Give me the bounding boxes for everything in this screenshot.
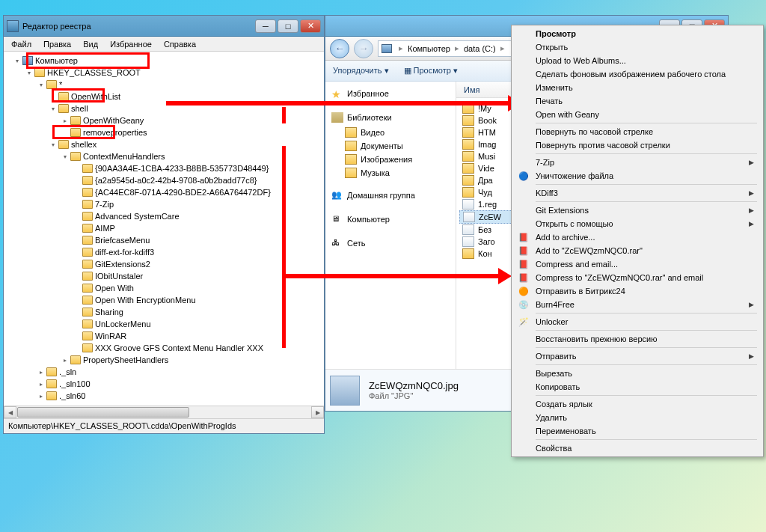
- context-item[interactable]: Повернуть против часовой стрелки: [513, 138, 762, 152]
- tree-item[interactable]: ▾HKEY_CLASSES_ROOT: [7, 67, 321, 79]
- tree-item[interactable]: {AC44EC8F-071A-4290-BDE2-A66A764472DF}: [7, 186, 321, 198]
- context-item[interactable]: Переименовать: [513, 424, 762, 438]
- tree-item[interactable]: ▸._sln60: [7, 390, 321, 402]
- context-item[interactable]: KDiff3▶: [513, 186, 762, 200]
- forward-button[interactable]: →: [354, 39, 373, 58]
- tree-item[interactable]: IObitUnstaler: [7, 270, 321, 282]
- expander-icon[interactable]: ▾: [13, 57, 21, 65]
- nav-lib-music[interactable]: Музыка: [328, 167, 453, 179]
- tree-item[interactable]: ▾shell: [7, 103, 321, 114]
- context-item[interactable]: 🔵Уничтожение файла: [513, 169, 762, 183]
- context-item[interactable]: 🟠Отправить в Битрикс24: [513, 284, 762, 298]
- tree-item[interactable]: diff-ext-for-kdiff3: [7, 246, 321, 258]
- context-item[interactable]: Открыть: [513, 40, 762, 54]
- context-item[interactable]: Открыть с помощью▶: [513, 217, 762, 230]
- tree-item[interactable]: Open With: [7, 282, 321, 294]
- arrange-button[interactable]: Упорядочить ▾: [333, 66, 389, 76]
- menu-file[interactable]: Файл: [7, 38, 36, 49]
- scroll-track[interactable]: [16, 406, 311, 418]
- tree-item[interactable]: {90AA3A4E-1CBA-4233-B8BB-535773D48449}: [7, 162, 321, 174]
- tree-item[interactable]: ▸._sln: [7, 366, 321, 378]
- context-item[interactable]: 📕Add to "ZcEWQzmNQC0.rar": [513, 244, 762, 257]
- tree-item[interactable]: WinRAR: [7, 330, 321, 342]
- nav-network[interactable]: 🖧Сеть: [328, 236, 453, 251]
- regedit-scrollbar-h[interactable]: ◀ ▶: [4, 406, 324, 418]
- tree-item[interactable]: Open With EncryptionMenu: [7, 294, 321, 306]
- context-menu[interactable]: ПросмотрОткрытьUpload to Web Albums...Сд…: [511, 25, 764, 457]
- menu-edit[interactable]: Правка: [39, 38, 76, 49]
- tree-item[interactable]: Advanced SystemCare: [7, 210, 321, 222]
- context-item[interactable]: 📕Add to archive...: [513, 230, 762, 244]
- context-item[interactable]: Вырезать: [513, 367, 762, 380]
- scroll-thumb[interactable]: [17, 407, 189, 418]
- context-item[interactable]: 🪄Unlocker: [513, 315, 762, 328]
- tree-item[interactable]: ▸PropertySheetHandlers: [7, 354, 321, 366]
- context-item[interactable]: Удалить: [513, 411, 762, 424]
- context-item[interactable]: Повернуть по часовой стрелке: [513, 125, 762, 138]
- context-item[interactable]: Изменить: [513, 81, 762, 94]
- crumb-drive[interactable]: data (C:): [464, 44, 496, 53]
- minimize-button[interactable]: ─: [255, 19, 276, 33]
- nav-homegroup[interactable]: 👥Домашняя группа: [328, 188, 453, 203]
- menu-help[interactable]: Справка: [159, 38, 200, 49]
- nav-lib-video[interactable]: Видео: [328, 126, 453, 138]
- expander-icon[interactable]: ▸: [37, 368, 45, 376]
- expander-icon[interactable]: ▸: [37, 392, 45, 400]
- view-button[interactable]: ▦ Просмотр ▾: [404, 66, 458, 76]
- tree-item[interactable]: ▾ContextMenuHandlers: [7, 150, 321, 162]
- tree-item[interactable]: AIMP: [7, 222, 321, 234]
- nav-lib-pictures[interactable]: Изображения: [328, 153, 453, 165]
- nav-libraries[interactable]: Библиотеки: [328, 110, 453, 125]
- tree-item[interactable]: ▾Компьютер: [7, 55, 321, 67]
- context-item[interactable]: 7-Zip▶: [513, 156, 762, 169]
- expander-icon[interactable]: ▸: [37, 380, 45, 388]
- expander-icon[interactable]: ▾: [49, 141, 57, 149]
- context-item[interactable]: Отправить▶: [513, 349, 762, 363]
- context-item[interactable]: Просмотр: [513, 27, 762, 40]
- expander-icon[interactable]: ▸: [61, 356, 69, 364]
- context-item[interactable]: Свойства: [513, 441, 762, 455]
- tree-item[interactable]: Sharing: [7, 306, 321, 318]
- expander-icon[interactable]: ▸: [61, 117, 69, 125]
- crumb-computer[interactable]: Компьютер: [408, 44, 450, 53]
- scroll-right-button[interactable]: ▶: [311, 406, 324, 418]
- context-item[interactable]: Копировать: [513, 380, 762, 394]
- context-item[interactable]: Создать ярлык: [513, 397, 762, 411]
- context-item[interactable]: Upload to Web Albums...: [513, 54, 762, 67]
- context-item[interactable]: Восстановить прежнюю версию: [513, 332, 762, 346]
- tree-item[interactable]: removeproperties: [7, 126, 321, 138]
- context-item[interactable]: 📕Compress to "ZcEWQzmNQC0.rar" and email: [513, 271, 762, 284]
- regedit-tree[interactable]: ▾Компьютер▾HKEY_CLASSES_ROOT▾*OpenWithLi…: [4, 52, 324, 406]
- tree-item[interactable]: UnLockerMenu: [7, 318, 321, 330]
- tree-item[interactable]: ▾*: [7, 79, 321, 91]
- context-item[interactable]: Git Extensions▶: [513, 204, 762, 217]
- expander-icon[interactable]: ▾: [37, 81, 45, 89]
- tree-item[interactable]: ▸OpenWithGeany: [7, 114, 321, 126]
- tree-item[interactable]: ▸._sln100: [7, 378, 321, 390]
- context-item[interactable]: 💿Burn4Free▶: [513, 298, 762, 311]
- expander-icon[interactable]: ▾: [25, 69, 33, 77]
- scroll-left-button[interactable]: ◀: [4, 406, 16, 418]
- nav-lib-docs[interactable]: Документы: [328, 140, 453, 152]
- nav-favorites[interactable]: ★Избранное: [328, 86, 453, 101]
- back-button[interactable]: ←: [330, 39, 349, 58]
- nav-computer[interactable]: 🖥Компьютер: [328, 212, 453, 227]
- maximize-button[interactable]: □: [278, 19, 298, 33]
- regedit-titlebar[interactable]: Редактор реестра ─ □ ✕: [4, 16, 324, 37]
- menu-view[interactable]: Вид: [79, 38, 102, 49]
- tree-item[interactable]: {a2a9545d-a0c2-42b4-9708-a0b2badd77c8}: [7, 174, 321, 186]
- context-item[interactable]: Open with Geany: [513, 108, 762, 121]
- tree-item[interactable]: XXX Groove GFS Context Menu Handler XXX: [7, 342, 321, 354]
- tree-item[interactable]: OpenWithList: [7, 91, 321, 103]
- context-item[interactable]: Сделать фоновым изображением рабочего ст…: [513, 67, 762, 81]
- context-item[interactable]: Печать: [513, 94, 762, 108]
- menu-favorites[interactable]: Избранное: [105, 38, 156, 49]
- close-button[interactable]: ✕: [300, 19, 321, 33]
- expander-icon[interactable]: ▾: [49, 105, 57, 113]
- expander-icon[interactable]: ▾: [61, 153, 69, 161]
- tree-item[interactable]: GitExtensions2: [7, 258, 321, 270]
- context-item[interactable]: 📕Compress and email...: [513, 257, 762, 271]
- tree-item[interactable]: ▾shellex: [7, 138, 321, 150]
- tree-item[interactable]: BriefcaseMenu: [7, 234, 321, 246]
- tree-item[interactable]: 7-Zip: [7, 198, 321, 210]
